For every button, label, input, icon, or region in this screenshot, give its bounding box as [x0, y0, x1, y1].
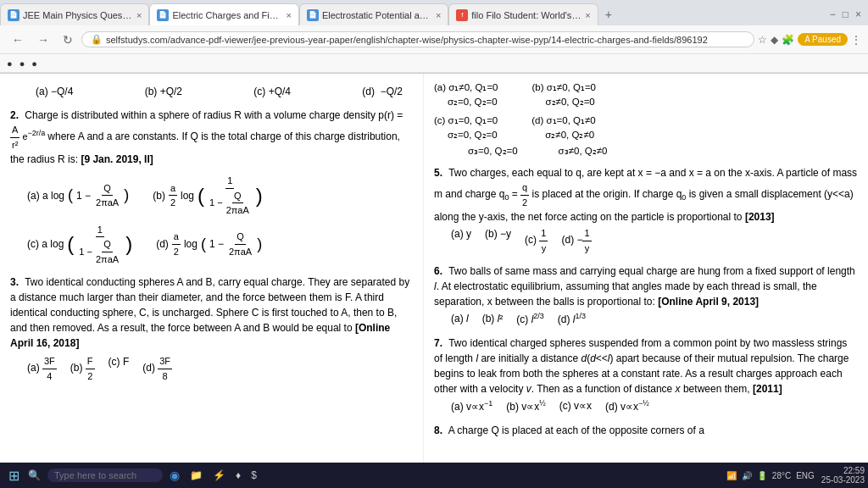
taskbar-right: 📶 🔊 🔋 28°C ENG 22:59 25-03-2023	[726, 466, 865, 485]
windows-start-button[interactable]: ⊞	[3, 468, 25, 484]
nav-actions: ☆ ◆ 🧩 A Paused ⋮	[758, 33, 861, 46]
reload-button[interactable]: ↻	[58, 31, 78, 48]
q2-opt-a: (a) a log ( 1 − Q2πaA )	[27, 181, 129, 210]
network-icon: 📶	[726, 471, 737, 480]
date-text: 25-03-2023	[821, 475, 865, 485]
back-button[interactable]: ←	[7, 31, 29, 48]
taskbar-app-icon-3[interactable]: $	[248, 469, 260, 481]
taskbar-app-icon-1[interactable]: ⚡	[209, 469, 229, 481]
q3-text: Two identical conducting spheres A and B…	[10, 276, 409, 334]
q7-number: 7.	[434, 337, 442, 349]
tab-4-favicon: f	[456, 9, 468, 21]
paused-button[interactable]: A Paused	[798, 33, 848, 46]
q3-opt-b: (b) F2	[70, 354, 95, 383]
forward-button[interactable]: →	[32, 31, 54, 48]
tab-3-title: Electrostatic Potential and Capa	[322, 10, 432, 20]
tab-3-close[interactable]: ×	[436, 10, 441, 20]
tab-4[interactable]: f filo Filo Student: World's Only Live I…	[448, 3, 598, 25]
taskbar-file-icon[interactable]: 📁	[186, 469, 206, 481]
taskbar-app-icon-2[interactable]: ♦	[232, 469, 244, 481]
q7-opt-b: (b) v∝x½	[506, 398, 546, 414]
q7-block: 7. Two identical charged spheres suspend…	[434, 336, 858, 414]
q7-text: Two identical charged spheres suspended …	[434, 337, 849, 395]
temp-display: 28°C	[772, 471, 791, 480]
maximize-icon[interactable]: □	[843, 8, 849, 20]
tab-2-close[interactable]: ×	[286, 10, 291, 20]
q5-opt-a: (a) y	[451, 226, 471, 255]
q8-block: 8. A charge Q is placed at each of the o…	[434, 423, 858, 438]
window-controls: − □ ×	[823, 8, 868, 20]
tab-1-close[interactable]: ×	[136, 10, 142, 20]
q1-opt-a: (a) −Q/4	[36, 84, 73, 99]
clock: 22:59 25-03-2023	[821, 466, 865, 485]
time-text: 22:59	[821, 466, 865, 475]
tab-2-favicon: 📄	[157, 9, 169, 21]
taskbar-search-box[interactable]	[47, 469, 163, 482]
q3-opt-c: (c) F	[108, 354, 130, 383]
extension-icon[interactable]: 🧩	[782, 34, 794, 46]
q5-block: 5. Two charges, each equal to q, are kep…	[434, 165, 858, 255]
taskbar-search-input[interactable]	[54, 470, 156, 480]
url-text: selfstudys.com/advance-pdf-viewer/jee-pr…	[106, 35, 745, 45]
q6-opt-d: (d) l1/3	[558, 311, 586, 327]
bookmark-1[interactable]: ●	[7, 58, 13, 69]
q2-formula: Ar² e−2r/a	[10, 131, 47, 141]
q5-opt-b: (b) −y	[485, 226, 511, 255]
lock-icon: 🔒	[91, 34, 103, 45]
q6-block: 6. Two balls of same mass and carrying e…	[434, 263, 858, 327]
menu-icon[interactable]: ⋮	[851, 34, 861, 46]
tab-3[interactable]: 📄 Electrostatic Potential and Capa ×	[299, 3, 448, 25]
right-panel: (a) σ₁≠0, Q₁=0 σ₂=0, Q₂=0 (b) σ₁≠0, Q₁=0…	[424, 74, 868, 463]
q3-block: 3. Two identical conducting spheres A an…	[10, 274, 413, 383]
q6-opt-a: (a) l	[451, 311, 469, 327]
q8-text: A charge Q is placed at each of the oppo…	[448, 424, 704, 436]
tab-1-title: JEE Main Physics Question Pape	[23, 10, 133, 20]
q5-number: 5.	[434, 167, 442, 179]
q6-number: 6.	[434, 265, 442, 277]
new-tab-button[interactable]: +	[598, 4, 619, 25]
q3-opt-d: (d) 3F8	[142, 354, 172, 383]
q2-opt-b: (b) a2 log ( 1 1 − Q2πaA )	[153, 174, 263, 218]
content-area: (a) −Q/4 (b) +Q/2 (c) +Q/4 (d) −Q/2 2. C…	[0, 74, 868, 463]
profile-icon[interactable]: ◆	[771, 34, 778, 46]
search-icon: 🔍	[28, 469, 41, 481]
close-icon[interactable]: ×	[855, 8, 861, 20]
q6-tag: [Online April 9, 2013]	[658, 296, 759, 308]
nav-bar: ← → ↻ 🔒 selfstudys.com/advance-pdf-viewe…	[0, 25, 868, 54]
volume-icon: 🔊	[742, 471, 752, 480]
page-content: (a) −Q/4 (b) +Q/2 (c) +Q/4 (d) −Q/2 2. C…	[0, 74, 868, 463]
bookmark-2[interactable]: ●	[19, 58, 25, 69]
system-tray: 📶 🔊 🔋 28°C ENG	[726, 471, 815, 480]
minimize-icon[interactable]: −	[830, 8, 836, 20]
q5-opt-d: (d) −1y	[561, 226, 591, 255]
taskbar-chrome-icon[interactable]: ◉	[166, 469, 183, 482]
q1-opt-c: (c) +Q/4	[253, 84, 291, 99]
q3-number: 3.	[10, 276, 19, 288]
q6-opt-b: (b) l²	[482, 311, 504, 327]
q2-opt-c: (c) a log ( 1 1 − Q2πaA )	[27, 223, 132, 267]
tab-1[interactable]: 📄 JEE Main Physics Question Pape ×	[0, 3, 149, 25]
q2-text: Charge is distributed within a sphere of…	[25, 109, 403, 121]
q2-block: 2. Charge is distributed within a sphere…	[10, 108, 413, 266]
q7-opt-d: (d) v∝x−½	[605, 398, 649, 414]
q1-opt-d: (d) −Q/2	[362, 84, 403, 99]
bookmark-3[interactable]: ●	[31, 58, 37, 69]
address-bar[interactable]: 🔒 selfstudys.com/advance-pdf-viewer/jee-…	[81, 31, 754, 47]
tab-2-title: Electric Charges and Fields JEE M	[172, 10, 282, 20]
q6-opt-c: (c) l2/3	[516, 311, 544, 327]
bookmark-star-icon[interactable]: ☆	[758, 34, 767, 46]
q2-text2: where A and a are constants. If Q is the…	[10, 130, 400, 165]
tab-2[interactable]: 📄 Electric Charges and Fields JEE M ×	[149, 3, 298, 25]
language-display: ENG	[796, 471, 815, 480]
tab-1-favicon: 📄	[8, 9, 19, 21]
browser-chrome: 📄 JEE Main Physics Question Pape × 📄 Ele…	[0, 0, 868, 74]
battery-icon: 🔋	[757, 471, 767, 480]
tab-bar: 📄 JEE Main Physics Question Pape × 📄 Ele…	[0, 0, 868, 25]
tab-4-close[interactable]: ×	[585, 10, 590, 20]
q2-tag: [9 Jan. 2019, II]	[81, 153, 153, 165]
q2-opt-d: (d) a2 log ( 1 − Q2πaA )	[156, 230, 262, 258]
q7-opt-c: (c) v∝x	[559, 398, 592, 414]
q5-tag: [2013]	[745, 211, 775, 223]
taskbar: ⊞ 🔍 ◉ 📁 ⚡ ♦ $ 📶 🔊 🔋 28°C ENG 22:59 25-03…	[0, 463, 868, 488]
tab-4-title: filo Filo Student: World's Only Live In	[471, 10, 581, 20]
